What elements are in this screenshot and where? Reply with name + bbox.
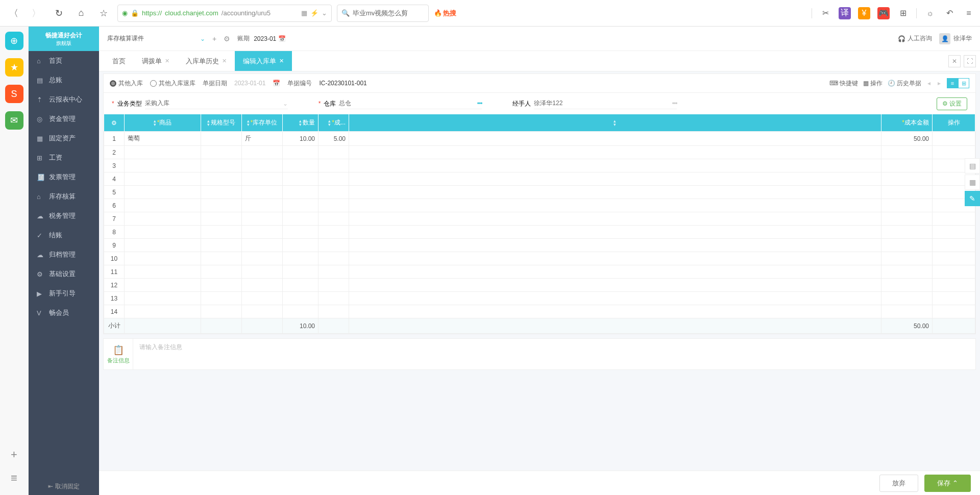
forward-button[interactable]: 〉 <box>28 5 45 22</box>
flame-icon: 🔥 <box>434 9 442 17</box>
search-input[interactable]: 🔍 毕业mv视频怎么剪 <box>337 5 429 22</box>
apps-icon[interactable]: ⊞ <box>897 7 909 19</box>
lock-icon: 🔒 <box>131 9 139 17</box>
scissors-icon[interactable]: ✂ <box>819 7 831 19</box>
hot-label: 热搜 <box>443 9 456 18</box>
home-button[interactable]: ⌂ <box>72 5 90 22</box>
search-icon: 🔍 <box>341 9 350 17</box>
back-button[interactable]: 〈 <box>5 5 22 22</box>
reload-button[interactable]: ↻ <box>50 5 67 22</box>
url-domain: cloud.chanjet.com <box>165 9 218 17</box>
search-placeholder: 毕业mv视频怎么剪 <box>353 9 408 18</box>
flash-icon[interactable]: ⚡ <box>310 9 318 17</box>
url-protocol: https:// <box>142 9 162 17</box>
favorite-button[interactable]: ☆ <box>95 5 112 22</box>
undo-icon[interactable]: ↶ <box>943 7 955 19</box>
menu-icon[interactable]: ≡ <box>963 7 975 19</box>
translate-icon[interactable]: 译 <box>839 7 851 19</box>
game-icon[interactable]: 🎮 <box>877 7 890 19</box>
brightness-icon[interactable]: ☼ <box>924 7 936 19</box>
wallet-icon[interactable]: ¥ <box>858 7 870 19</box>
qr-icon[interactable]: ▦ <box>301 9 307 17</box>
hot-search-badge[interactable]: 🔥 热搜 <box>434 9 456 18</box>
shield-icon: ◉ <box>122 9 128 17</box>
url-path: /accounting/uru5 <box>222 9 271 17</box>
url-bar[interactable]: ◉ 🔒 https://cloud.chanjet.com/accounting… <box>117 5 332 22</box>
chevron-down-icon[interactable]: ⌄ <box>322 9 327 17</box>
